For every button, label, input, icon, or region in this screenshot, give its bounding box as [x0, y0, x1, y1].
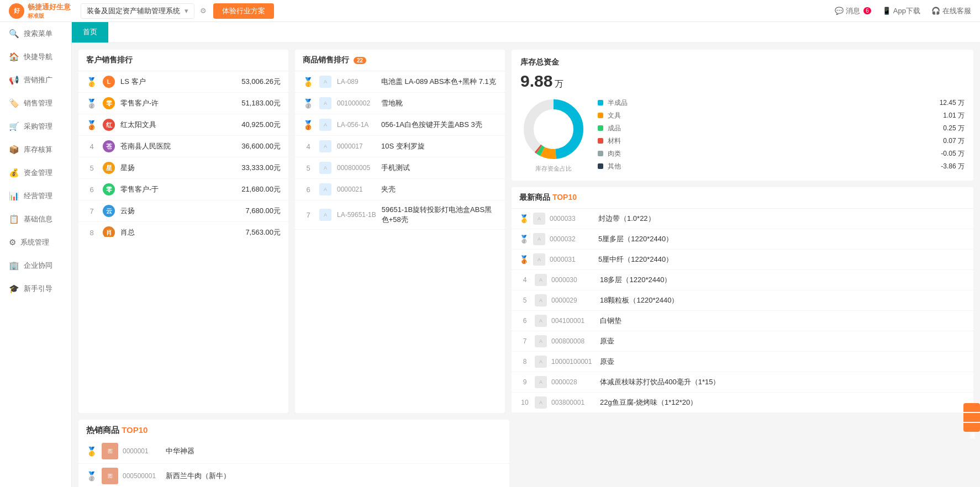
- chart-subtitle: 库存资金占比: [535, 165, 572, 173]
- newest-code: 0000033: [550, 215, 594, 223]
- medal-icon: 🥇: [86, 77, 97, 87]
- float-btn-community[interactable]: 服务社区: [963, 413, 980, 422]
- float-btn-hotline[interactable]: 客服热线: [963, 403, 980, 412]
- medal-icon: 🥉: [519, 255, 529, 264]
- hot-products-panel: 热销商品 TOP10 🥇 图 0000001 中华神器 🥈 图 00050000…: [78, 420, 509, 487]
- sidebar-item-system[interactable]: ⚙ 系统管理: [0, 231, 71, 254]
- sidebar-item-nav[interactable]: 🏠 快捷导航: [0, 45, 71, 68]
- panels-row: 客户销售排行 🥇 L LS 客户 53,006.26元 🥈 零 零售客户-许 5…: [72, 43, 980, 420]
- medal-icon: 🥉: [86, 120, 97, 130]
- hot-product-row: 🥇 图 0000001 中华神器: [78, 439, 509, 464]
- sidebar-item-inventory[interactable]: 📦 库存核算: [0, 138, 71, 161]
- product-ranking-title: 商品销售排行: [303, 55, 349, 65]
- rank-number: 6: [86, 186, 97, 194]
- sidebar-item-purchase[interactable]: 🛒 采购管理: [0, 115, 71, 138]
- rank-amount: 7,680.00元: [245, 206, 281, 216]
- rank-amount: 53,006.26元: [241, 77, 281, 87]
- newest-code: 0000030: [551, 276, 596, 284]
- sidebar-label-inventory: 库存核算: [24, 145, 52, 155]
- sales-rank-row: 🥉 红 红太阳文具 40,925.00元: [78, 114, 288, 136]
- sales-ranking-table: 🥇 L LS 客户 53,006.26元 🥈 零 零售客户-许 51,183.0…: [78, 71, 288, 237]
- rank-number: 7: [303, 211, 314, 219]
- headset-icon: 🎧: [931, 7, 940, 15]
- product-code: 0000001: [123, 447, 161, 455]
- app-download-label: App下载: [893, 6, 920, 16]
- product-code: LA-59651-1B: [337, 211, 376, 219]
- sidebar: 🔍 搜索菜单 🏠 快捷导航 📢 营销推广 🏷️ 销售管理 🛒 采购管理 📦 库存…: [0, 22, 72, 487]
- search-icon: 🔍: [9, 29, 19, 39]
- product-ranking-header: 商品销售排行 22: [295, 50, 505, 71]
- newest-products-card: 最新商品 TOP10 🥇 A 0000033 封边带（1.0*22） 🥈 A 0…: [512, 187, 973, 413]
- sidebar-item-operations[interactable]: 📊 经营管理: [0, 184, 71, 208]
- rank-number: 5: [519, 297, 530, 304]
- sidebar-item-corp[interactable]: 🏢 企业协同: [0, 254, 71, 277]
- inventory-card: 库存总资金 9.88 万: [512, 50, 973, 181]
- rank-badge: 红: [103, 119, 115, 131]
- rank-amount: 33,333.00元: [241, 163, 281, 173]
- legend-item: 成品 0.25 万: [598, 124, 965, 133]
- rank-badge: 肖: [103, 226, 115, 237]
- sidebar-item-search[interactable]: 🔍 搜索菜单: [0, 22, 71, 45]
- product-ranking-panel: 商品销售排行 22 🥇 A LA-089 电池盖 LA-089 ABS本色+黑种…: [295, 50, 505, 413]
- legend-item: 肉类 -0.05 万: [598, 149, 965, 158]
- sidebar-item-sales[interactable]: 🏷️ 销售管理: [0, 92, 71, 115]
- app-download-item[interactable]: 📱 App下载: [882, 6, 920, 16]
- rank-name: 云扬: [120, 206, 240, 216]
- rank-name: 肖总: [120, 227, 240, 237]
- sidebar-item-marketing[interactable]: 📢 营销推广: [0, 68, 71, 92]
- product-name: 雪地靴: [381, 98, 497, 108]
- trial-button[interactable]: 体验行业方案: [213, 3, 274, 19]
- product-img: A: [319, 183, 331, 195]
- product-rank-row: 5 A 000800005 手机测试: [295, 157, 505, 179]
- system-select[interactable]: 装备及固定资产辅助管理系统 ▾: [81, 3, 194, 19]
- rank-number: 10: [519, 399, 530, 406]
- main-content: 首页 客户销售排行 🥇 L LS 客户 53,006.26元 🥈 零 零售客户-…: [72, 22, 980, 487]
- sidebar-item-finance[interactable]: 💰 资金管理: [0, 161, 71, 184]
- logo-area: 好 畅捷通好生意 标准版: [9, 2, 81, 20]
- medal-icon: 🥇: [303, 77, 314, 87]
- message-item[interactable]: 💬 消息 6: [835, 6, 871, 16]
- sales-rank-row: 4 苍 苍南县人民医院 36,600.00元: [78, 136, 288, 157]
- nav-tabs: 首页: [72, 22, 980, 43]
- system-icon: ⚙: [9, 237, 16, 247]
- product-name: 手机测试: [381, 163, 497, 173]
- product-name: 中华神器: [166, 446, 502, 456]
- sales-rank-row: 8 肖 肖总 7,563.00元: [78, 222, 288, 237]
- sidebar-label-system: 系统管理: [20, 237, 49, 247]
- sales-ranking-title: 客户销售排行: [86, 55, 133, 64]
- legend-dot: [598, 125, 603, 131]
- product-img: A: [319, 119, 331, 131]
- newest-code: 0000032: [550, 235, 594, 243]
- product-code: 000500001: [123, 472, 161, 480]
- product-name: 59651-1B旋转投影灯电池盒ABS黑色+58壳: [382, 205, 497, 225]
- bottom-section: 热销商品 TOP10 🥇 图 0000001 中华神器 🥈 图 00050000…: [72, 420, 980, 487]
- product-name: 电池盖 LA-089 ABS本色+黑种 7.1克: [381, 77, 497, 87]
- legend-item: 半成品 12.45 万: [598, 98, 965, 108]
- settings-icon[interactable]: ⚙: [200, 7, 207, 15]
- sidebar-label-finance: 资金管理: [24, 168, 52, 178]
- sales-ranking-header: 客户销售排行: [78, 50, 288, 71]
- tab-home[interactable]: 首页: [72, 22, 108, 43]
- legend-value: -3.86 万: [941, 162, 965, 171]
- rank-badge: L: [103, 76, 115, 88]
- sidebar-item-guide[interactable]: 🎓 新手引导: [0, 277, 71, 300]
- float-btn-live[interactable]: 直播: [963, 423, 980, 432]
- sidebar-label-corp: 企业协同: [24, 261, 52, 271]
- sidebar-item-base[interactable]: 📋 基础信息: [0, 208, 71, 231]
- legend-label: 成品: [608, 124, 939, 133]
- product-code: 0000017: [337, 142, 376, 150]
- sidebar-label-search: 搜索菜单: [24, 29, 52, 39]
- sidebar-label-base: 基础信息: [24, 214, 52, 224]
- rank-number: 5: [303, 164, 314, 172]
- newest-img: A: [535, 356, 547, 368]
- online-service-item[interactable]: 🎧 在线客服: [931, 6, 971, 16]
- sidebar-label-guide: 新手引导: [24, 284, 52, 294]
- newest-name: 白钢垫: [600, 316, 966, 326]
- product-img: A: [319, 209, 331, 221]
- rank-name: 苍南县人民医院: [120, 141, 236, 151]
- rank-number: 4: [519, 276, 530, 284]
- legend-value: 0.25 万: [943, 124, 965, 133]
- medal-icon: 🥉: [303, 120, 314, 130]
- rank-amount: 21,680.00元: [241, 184, 281, 194]
- chart-area: 库存资金占比 半成品 12.45 万 文具 1.01 万 成品 0.25 万 材…: [520, 96, 965, 173]
